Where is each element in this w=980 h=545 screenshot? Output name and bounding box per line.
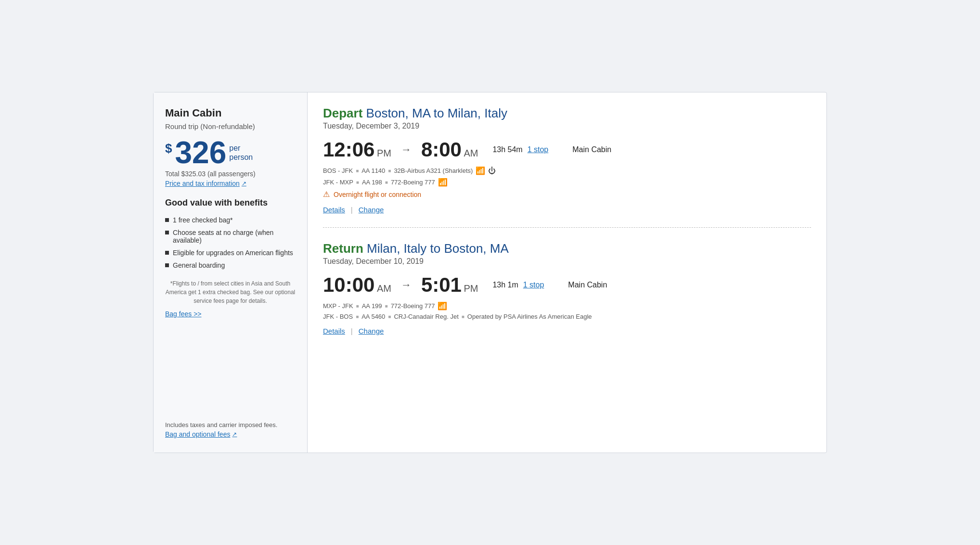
external-link-icon: ↗: [242, 180, 246, 187]
booking-card: Main Cabin Round trip (Non-refundable) $…: [153, 92, 827, 453]
cabin-class: Main Cabin: [572, 145, 611, 154]
return-duration: 13h 1m: [492, 281, 518, 289]
price-tax-link[interactable]: Price and tax information ↗: [165, 180, 296, 187]
depart-time-row: 12:06 PM → 8:00 AM 13h 54m 1 stop Main C…: [323, 138, 811, 161]
duration-stops: 13h 54m 1 stop: [492, 145, 548, 154]
dollar-sign: $: [165, 141, 172, 156]
return-title: Return Milan, Italy to Boston, MA: [323, 241, 811, 256]
dot-separator: ■: [385, 303, 388, 309]
depart-details-link[interactable]: Details: [323, 206, 345, 214]
external-link-icon: ↗: [232, 431, 237, 438]
power-icon: ⏻: [488, 167, 496, 175]
return-depart-am-pm: AM: [377, 283, 391, 294]
return-route: Milan, Italy to Boston, MA: [367, 241, 509, 256]
footnote: *Flights to / from select cities in Asia…: [165, 279, 296, 305]
depart-header: Depart Boston, MA to Milan, Italy Tuesda…: [323, 106, 811, 130]
leg2-route: JFK - MXP: [323, 179, 353, 186]
wifi-icon: 📶: [438, 178, 448, 187]
arrive-time: 8:00 AM: [421, 138, 478, 161]
benefit-item: Eligible for upgrades on American flight…: [165, 247, 296, 259]
return-section: Return Milan, Italy to Boston, MA Tuesda…: [323, 241, 811, 349]
depart-leg1-details: BOS - JFK ■ AA 1140 ■ 32B-Airbus A321 (S…: [323, 166, 811, 175]
bullet-icon: [165, 263, 169, 267]
return-leg2-route: JFK - BOS: [323, 313, 353, 320]
depart-title: Depart Boston, MA to Milan, Italy: [323, 106, 811, 121]
depart-am-pm: PM: [377, 148, 391, 158]
return-details-link[interactable]: Details: [323, 327, 345, 335]
bullet-icon: [165, 251, 169, 255]
dot-separator: ■: [356, 314, 359, 319]
bag-optional-link[interactable]: Bag and optional fees ↗: [165, 430, 296, 438]
price-row: $ 326 perperson: [165, 137, 296, 168]
return-cabin-class: Main Cabin: [568, 281, 607, 289]
trip-type: Round trip (Non-refundable): [165, 122, 296, 130]
duration: 13h 54m: [492, 145, 522, 154]
leg1-aircraft: 32B-Airbus A321 (Sharklets): [394, 167, 473, 174]
dot-separator: ■: [356, 168, 359, 173]
leg1-route: BOS - JFK: [323, 167, 353, 174]
dot-separator: ■: [388, 168, 391, 173]
arrive-am-pm: AM: [464, 148, 478, 158]
return-date: Tuesday, December 10, 2019: [323, 257, 811, 266]
depart-time: 12:06 PM: [323, 138, 391, 161]
return-arrive-am-pm: PM: [464, 283, 478, 294]
dot-separator: ■: [388, 314, 391, 319]
depart-leg2-details: JFK - MXP ■ AA 198 ■ 772-Boeing 777 📶: [323, 178, 811, 187]
leg2-aircraft: 772-Boeing 777: [391, 179, 435, 186]
return-change-link[interactable]: Change: [359, 327, 384, 335]
bullet-icon: [165, 218, 169, 222]
leg1-flight: AA 1140: [361, 167, 385, 174]
benefit-item: Choose seats at no charge (when availabl…: [165, 226, 296, 247]
depart-change-link[interactable]: Change: [359, 206, 384, 214]
depart-word: Depart: [323, 106, 362, 120]
overnight-warning: ⚠ Overnight flight or connection: [323, 190, 811, 199]
per-person-label: perperson: [229, 143, 253, 162]
depart-date: Tuesday, December 3, 2019: [323, 122, 811, 130]
pipe-separator: |: [351, 206, 353, 214]
warning-icon: ⚠: [323, 190, 330, 199]
cabin-label: Main Cabin: [165, 107, 296, 119]
dot-separator: ■: [356, 180, 359, 185]
wifi-icon: 📶: [438, 301, 447, 311]
benefits-title: Good value with benefits: [165, 198, 296, 208]
return-leg1-route: MXP - JFK: [323, 302, 353, 310]
benefits-list: 1 free checked bag* Choose seats at no c…: [165, 214, 296, 272]
arrow-right-icon: →: [401, 143, 412, 156]
dot-separator: ■: [462, 314, 464, 319]
return-duration-stops: 13h 1m 1 stop: [492, 281, 544, 289]
footer-note: Includes taxes and carrier imposed fees.: [165, 421, 296, 428]
left-panel: Main Cabin Round trip (Non-refundable) $…: [154, 92, 308, 453]
leg2-flight: AA 198: [362, 179, 382, 186]
dot-separator: ■: [385, 180, 388, 185]
return-header: Return Milan, Italy to Boston, MA Tuesda…: [323, 241, 811, 266]
return-action-links: Details | Change: [323, 327, 811, 335]
price-amount: 326: [175, 137, 226, 168]
bag-fees-link[interactable]: Bag fees >>: [165, 310, 296, 318]
return-leg2-aircraft: CRJ-Canadair Reg. Jet: [394, 313, 458, 320]
return-leg2-details: JFK - BOS ■ AA 5460 ■ CRJ-Canadair Reg. …: [323, 313, 811, 320]
bullet-icon: [165, 231, 169, 234]
depart-section: Depart Boston, MA to Milan, Italy Tuesda…: [323, 106, 811, 227]
return-arrive-time: 5:01 PM: [421, 273, 478, 297]
arrow-right-icon: →: [401, 279, 412, 291]
return-stops-link[interactable]: 1 stop: [523, 281, 544, 289]
return-leg2-flight: AA 5460: [361, 313, 385, 320]
total-price: Total $325.03 (all passengers): [165, 170, 296, 178]
return-word: Return: [323, 241, 363, 256]
return-leg2-operated: Operated by PSA Airlines As American Eag…: [467, 313, 592, 320]
wifi-icon: 📶: [476, 166, 485, 175]
dot-separator: ■: [356, 303, 359, 309]
stops-link[interactable]: 1 stop: [528, 145, 549, 154]
return-leg1-aircraft: 772-Boeing 777: [391, 302, 435, 310]
return-leg1-flight: AA 199: [362, 302, 382, 310]
pipe-separator: |: [351, 327, 353, 335]
benefit-item: 1 free checked bag*: [165, 214, 296, 226]
right-panel: Depart Boston, MA to Milan, Italy Tuesda…: [308, 92, 826, 453]
benefit-item: General boarding: [165, 259, 296, 272]
return-leg1-details: MXP - JFK ■ AA 199 ■ 772-Boeing 777 📶: [323, 301, 811, 311]
overnight-text: Overnight flight or connection: [334, 191, 421, 198]
return-time-row: 10:00 AM → 5:01 PM 13h 1m 1 stop Main Ca…: [323, 273, 811, 297]
return-depart-time: 10:00 AM: [323, 273, 391, 297]
section-divider: [323, 227, 811, 228]
depart-route: Boston, MA to Milan, Italy: [366, 106, 507, 120]
